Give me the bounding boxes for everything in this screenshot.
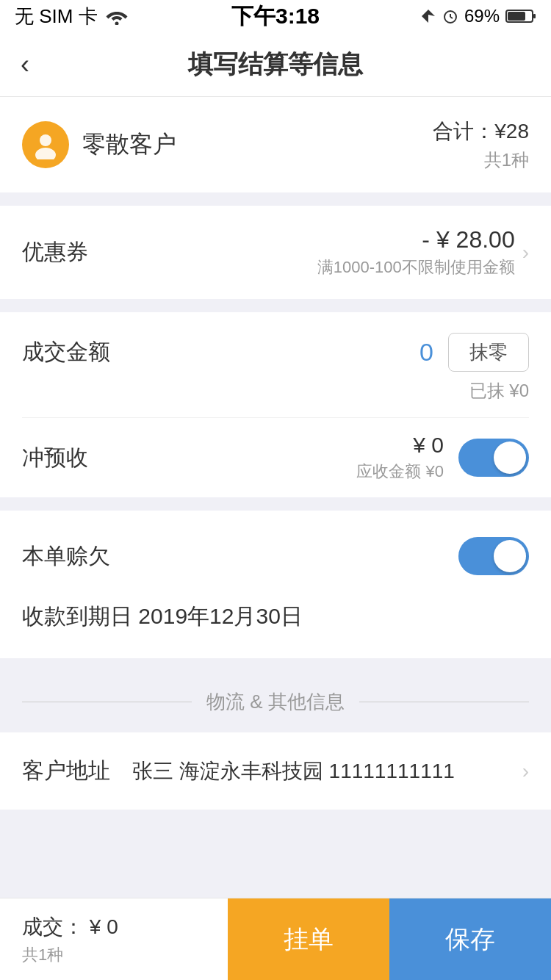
avatar	[22, 121, 69, 168]
logistics-title: 物流 & 其他信息	[206, 689, 345, 715]
coupon-chevron-icon: ›	[522, 241, 529, 264]
address-chevron-icon: ›	[522, 760, 529, 783]
status-time: 下午3:18	[231, 1, 320, 32]
svg-point-8	[35, 148, 56, 159]
bottom-deal-label: 成交：	[22, 915, 84, 938]
total-amount: 合计：¥28	[433, 118, 529, 145]
coupon-row[interactable]: 优惠券 - ¥ 28.00 满1000-100不限制使用金额 ›	[0, 206, 551, 299]
prepay-receivable: 应收金额 ¥0	[356, 461, 444, 483]
bottom-deal: 成交： ¥ 0	[22, 913, 228, 941]
bottom-info: 成交： ¥ 0 共1种	[0, 913, 228, 966]
nav-bar: ‹ 填写结算等信息	[0, 32, 551, 97]
svg-point-0	[115, 22, 118, 26]
customer-row: 零散客户 合计：¥28 共1种	[0, 97, 551, 192]
customer-section: 零散客户 合计：¥28 共1种	[0, 97, 551, 192]
coupon-discount: - ¥ 28.00	[317, 226, 515, 253]
address-field-label: 客户地址	[22, 756, 110, 786]
debt-label: 本单赊欠	[22, 541, 110, 572]
transaction-amount-value[interactable]: 0	[419, 338, 433, 367]
amount-right: 0 抹零	[419, 333, 529, 372]
logistics-line-right	[359, 702, 529, 702]
coupon-right: - ¥ 28.00 满1000-100不限制使用金额 ›	[317, 226, 529, 278]
address-section[interactable]: 客户地址 张三 海淀永丰科技园 11111111111 ›	[0, 732, 551, 810]
svg-point-7	[40, 134, 51, 146]
round-zero-button[interactable]: 抹零	[448, 333, 529, 372]
battery-icon	[505, 8, 536, 24]
logistics-line-left	[22, 702, 192, 702]
customer-left: 零散客户	[22, 121, 176, 168]
debt-row: 本单赊欠	[0, 511, 551, 602]
customer-name: 零散客户	[82, 129, 176, 161]
logistics-header: 物流 & 其他信息	[0, 671, 551, 732]
prepay-right: ¥ 0 应收金额 ¥0	[356, 433, 529, 483]
logistics-section: 物流 & 其他信息	[0, 671, 551, 732]
prepay-toggle[interactable]	[458, 439, 529, 477]
bottom-deal-value: ¥ 0	[90, 915, 118, 938]
due-date-label: 收款到期日	[22, 604, 132, 628]
coupon-section[interactable]: 优惠券 - ¥ 28.00 满1000-100不限制使用金额 ›	[0, 206, 551, 299]
hold-button[interactable]: 挂单	[228, 898, 389, 981]
transaction-amount-label: 成交金额	[22, 337, 110, 367]
customer-right: 合计：¥28 共1种	[433, 118, 529, 172]
bottom-bar: 成交： ¥ 0 共1种 挂单 保存	[0, 898, 551, 980]
coupon-label: 优惠券	[22, 237, 88, 267]
svg-rect-6	[533, 14, 536, 18]
svg-line-3	[450, 17, 453, 18]
sim-status: 无 SIM 卡	[15, 4, 98, 29]
due-date-row: 收款到期日 2019年12月30日	[0, 602, 551, 658]
address-value: 张三 海淀永丰科技园 11111111111	[132, 757, 455, 785]
prepay-row: 冲预收 ¥ 0 应收金额 ¥0	[0, 418, 551, 497]
transaction-section: 成交金额 0 抹零 已抹 ¥0 冲预收 ¥ 0 应收金额 ¥0	[0, 312, 551, 497]
prepay-label: 冲预收	[22, 443, 88, 473]
address-left: 客户地址 张三 海淀永丰科技园 11111111111	[22, 756, 455, 786]
content: 零散客户 合计：¥28 共1种 优惠券 - ¥ 28.00 满1000-100不…	[0, 97, 551, 911]
alarm-icon	[442, 8, 458, 24]
bottom-count: 共1种	[22, 944, 228, 966]
due-date-value[interactable]: 2019年12月30日	[138, 604, 302, 628]
address-row[interactable]: 客户地址 张三 海淀永丰科技园 11111111111 ›	[0, 732, 551, 810]
prepay-value-block: ¥ 0 应收金额 ¥0	[356, 433, 444, 483]
svg-rect-5	[508, 12, 525, 21]
debt-section: 本单赊欠 收款到期日 2019年12月30日	[0, 511, 551, 658]
coupon-desc: 满1000-100不限制使用金额	[317, 256, 515, 278]
back-button[interactable]: ‹	[21, 49, 29, 80]
save-button[interactable]: 保存	[389, 898, 551, 981]
status-left: 无 SIM 卡	[15, 4, 129, 29]
debt-toggle[interactable]	[458, 537, 529, 575]
status-right: 69%	[420, 6, 536, 26]
coupon-value-block: - ¥ 28.00 满1000-100不限制使用金额	[317, 226, 515, 278]
amount-sub: 已抹 ¥0	[0, 379, 551, 417]
battery-percent: 69%	[464, 6, 500, 26]
page-title: 填写结算等信息	[188, 48, 363, 82]
status-bar: 无 SIM 卡 下午3:18 69%	[0, 0, 551, 32]
total-count: 共1种	[433, 148, 529, 172]
transaction-amount-row: 成交金额 0 抹零	[0, 312, 551, 379]
location-icon	[420, 8, 436, 24]
prepay-amount: ¥ 0	[356, 433, 444, 458]
wifi-icon	[105, 7, 129, 25]
